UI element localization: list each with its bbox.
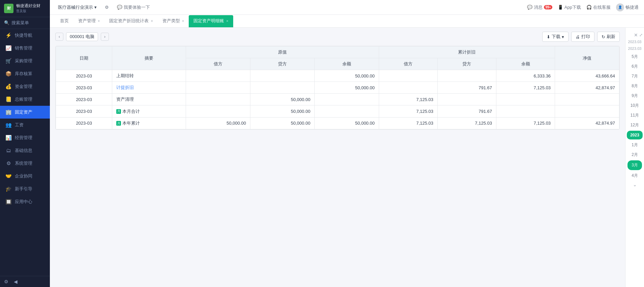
date-panel-month-9[interactable]: 9月 [625, 91, 644, 101]
panel-close-button[interactable]: ✕ [633, 32, 639, 38]
date-panel-month-4[interactable]: 4月 [625, 171, 644, 181]
customer-service-action[interactable]: 🎧 在线客服 [586, 4, 611, 10]
collapse-icon[interactable]: ◀ [14, 279, 18, 284]
table-row: 2023-03 计提折旧 50,000.00 791.67 7,125.03 4… [56, 82, 619, 94]
date-panel-month-8[interactable]: 8月 [625, 81, 644, 91]
date-panel-month-2[interactable]: 2月 [625, 150, 644, 160]
payroll-icon: 👥 [5, 122, 11, 128]
next-asset-button[interactable]: › [101, 33, 109, 41]
user-area[interactable]: 👤 畅捷通 [616, 3, 639, 11]
company-selector[interactable]: 医疗器械行业演示 ▾ [55, 3, 99, 12]
date-panel-month-6[interactable]: 6月 [625, 62, 644, 71]
cell-date: 2023-03 [56, 82, 112, 94]
experience-button[interactable]: 💬 我要体验一下 [114, 3, 153, 12]
cell-orig-balance [314, 94, 379, 105]
date-panel-month-7[interactable]: 7月 [625, 71, 644, 81]
prev-asset-button[interactable]: ‹ [55, 33, 63, 41]
tab-asset-type[interactable]: 资产类型 × [158, 15, 189, 27]
cell-summary: 计提折旧 [112, 82, 186, 94]
sidebar-item-funds[interactable]: 💰 资金管理 [0, 80, 50, 93]
print-button[interactable]: 🖨 打印 [571, 32, 594, 42]
app-download-label: App下载 [564, 4, 581, 10]
tab-asset-detail[interactable]: 固定资产明细账 × [189, 15, 233, 27]
cell-orig-balance: 50,000.00 [314, 117, 379, 129]
sidebar-search[interactable]: 🔍 搜索菜单 [0, 17, 50, 29]
sidebar-item-fixed-assets[interactable]: 🏢 固定资产 [0, 106, 50, 119]
ledger-icon: 📒 [5, 96, 11, 102]
sidebar-item-quick-nav[interactable]: ⚡ 快捷导航 [0, 29, 50, 42]
expand-icon[interactable]: ⤢ [639, 33, 643, 37]
sidebar-item-base-info[interactable]: 🗂 基础信息 [0, 144, 50, 157]
cell-accum-debit [379, 70, 437, 82]
topbar-left: 医疗器械行业演示 ▾ ⚙ 💬 我要体验一下 [55, 3, 153, 12]
tab-home[interactable]: 首页 [55, 15, 73, 27]
date-panel-year-2023[interactable]: 2023 [627, 131, 643, 139]
logo-text: 畅捷通好业财 普及版 [16, 3, 40, 13]
prev-arrow-icon: ‹ [59, 34, 60, 39]
messages-action[interactable]: 💬 消息 99+ [527, 4, 552, 10]
topbar: 医疗器械行业演示 ▾ ⚙ 💬 我要体验一下 💬 消息 99+ 📱 App下载 🎧… [50, 0, 644, 15]
date-panel-year-label-1: 2023.03 [625, 38, 644, 45]
cell-accum-credit: 791.67 [437, 82, 496, 94]
settings-footer-icon[interactable]: ⚙ [4, 279, 8, 284]
cell-date: 2023-03 [56, 117, 112, 129]
tab-close-asset-type[interactable]: × [182, 19, 184, 23]
company-name: 医疗器械行业演示 [58, 4, 93, 10]
date-panel-month-10[interactable]: 10月 [625, 101, 644, 110]
sidebar-item-system[interactable]: ⚙ 系统管理 [0, 157, 50, 170]
sidebar-item-app-center[interactable]: 🔲 应用中心 [0, 195, 50, 208]
toolbar-right: ⬇ 下载 ▾ 🖨 打印 ↻ 刷新 [542, 32, 620, 42]
chevron-down-icon: ▾ [94, 5, 97, 10]
sales-icon: 📈 [5, 45, 11, 51]
date-panel-month-5[interactable]: 5月 [625, 52, 644, 62]
cell-accum-credit: 7,125.03 [437, 117, 496, 129]
tab-close-asset-detail[interactable]: × [226, 19, 228, 23]
main-area: 医疗器械行业演示 ▾ ⚙ 💬 我要体验一下 💬 消息 99+ 📱 App下载 🎧… [50, 0, 644, 287]
topbar-right: 💬 消息 99+ 📱 App下载 🎧 在线客服 👤 畅捷通 [527, 3, 639, 11]
cell-net-value: 42,874.97 [555, 117, 619, 129]
tab-asset-mgmt[interactable]: 资产管理 × [73, 15, 104, 27]
sidebar-item-enterprise[interactable]: 🤝 企业协同 [0, 170, 50, 183]
sidebar-item-operations[interactable]: 📊 经营管理 [0, 131, 50, 144]
date-panel-month-11[interactable]: 11月 [625, 110, 644, 120]
table-row: 2023-03 月本月合计 50,000.00 7,125.03 791.67 [56, 105, 619, 118]
sidebar-item-guide[interactable]: 🎓 新手引导 [0, 183, 50, 195]
sidebar-item-sales[interactable]: 📈 销售管理 [0, 42, 50, 55]
customer-service-label: 在线客服 [593, 4, 611, 10]
sidebar-item-ledger[interactable]: 📒 总账管理 [0, 93, 50, 106]
tab-close-asset-mgmt[interactable]: × [98, 19, 100, 23]
ledger-table: 日期 摘要 原值 累计折旧 净值 借方 贷方 余额 借方 贷方 余额 [56, 46, 619, 129]
asset-code-tag: 000001 电脑 [66, 32, 98, 41]
cell-orig-debit [186, 70, 250, 82]
tab-depreciation-stat[interactable]: 固定资产折旧统计表 × [104, 15, 157, 27]
enterprise-icon: 🤝 [5, 173, 11, 179]
date-panel-month-3-active[interactable]: 3月 [627, 160, 642, 170]
app-download-action[interactable]: 📱 App下载 [558, 4, 581, 10]
tabbar: 首页 资产管理 × 固定资产折旧统计表 × 资产类型 × 固定资产明细账 × [50, 15, 644, 28]
messages-label: 消息 [534, 4, 543, 10]
month-icon: 月 [116, 109, 121, 114]
cell-orig-balance: 50,000.00 [314, 70, 379, 82]
date-panel-scroll-down[interactable]: ⌄ [625, 181, 644, 189]
settings-button[interactable]: ⚙ [102, 3, 112, 12]
col-header-summary: 摘要 [112, 46, 186, 70]
col-header-date: 日期 [56, 46, 112, 70]
cell-orig-debit: 50,000.00 [186, 117, 250, 129]
download-button[interactable]: ⬇ 下载 ▾ [542, 32, 569, 42]
tab-close-depreciation-stat[interactable]: × [151, 19, 153, 23]
cell-orig-credit [250, 70, 315, 82]
app-download-icon: 📱 [558, 5, 563, 10]
sidebar-item-payroll[interactable]: 👥 工资 [0, 119, 50, 131]
cell-summary: 月本月合计 [112, 105, 186, 118]
cell-accum-credit: 791.67 [437, 105, 496, 118]
cell-orig-balance: 50,000.00 [314, 82, 379, 94]
date-panel-month-12[interactable]: 12月 [625, 120, 644, 130]
col-header-accumulated-depreciation: 累计折旧 [379, 46, 555, 58]
print-icon: 🖨 [576, 34, 580, 39]
sidebar-item-inventory[interactable]: 📦 库存核算 [0, 67, 50, 80]
sidebar-item-purchase[interactable]: 🛒 采购管理 [0, 55, 50, 67]
date-panel-month-1[interactable]: 1月 [625, 140, 644, 150]
username: 畅捷通 [625, 4, 639, 10]
content-main: ‹ 000001 电脑 › ⬇ 下载 ▾ 🖨 打印 [50, 28, 625, 287]
refresh-button[interactable]: ↻ 刷新 [597, 32, 620, 42]
